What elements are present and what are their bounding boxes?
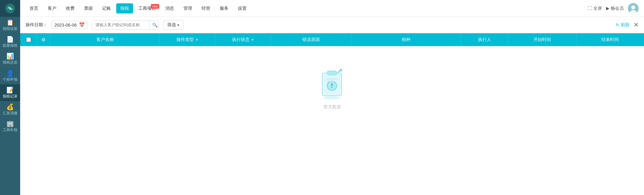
search-icon: 🔍 (152, 23, 158, 28)
toolbar-right: ↻ 刷新 ✕ (616, 22, 639, 28)
topnav: 首页客户收费票据记账报税工商项目new消息管理经营服务设置 ⛶ 全屏 ▶ 畅会员 (20, 0, 644, 17)
th-exec-status[interactable]: 执行状态 ▼ (215, 33, 271, 46)
th-client-name: 客户名称 (50, 33, 160, 46)
home-label: 首页 (30, 6, 38, 11)
tax-label: 报税 (120, 6, 129, 11)
topnav-item-service[interactable]: 服务 (216, 3, 232, 13)
table-container[interactable]: ⚙ 客户名称 操作类型 ▼ 执行状态 ▼ 错误原因 税种 (20, 33, 644, 195)
topnav-item-settings[interactable]: 设置 (234, 3, 251, 13)
tax-summary-label: 报税总览 (3, 60, 17, 65)
table-header: ⚙ 客户名称 操作类型 ▼ 执行状态 ▼ 错误原因 税种 (20, 33, 644, 46)
fullscreen-label: 全屏 (593, 5, 602, 11)
play-icon: ▶ (606, 6, 609, 11)
sort-icon-type: ▼ (195, 38, 199, 42)
th-tax-type: 税种 (351, 33, 461, 46)
empty-state: ! 暂无数据 (20, 46, 644, 130)
fullscreen-button[interactable]: ⛶ 全屏 (588, 5, 602, 11)
management-label: 管理 (183, 6, 192, 11)
date-label: 操作日期： (26, 22, 47, 28)
message-label: 消息 (165, 6, 174, 11)
sort-icon-status: ▼ (251, 38, 254, 42)
topnav-item-billing[interactable]: 收费 (62, 3, 79, 13)
filter-label: 筛选 (167, 22, 176, 28)
sidebar-item-tax-summary[interactable]: 📊 报税总览 (0, 50, 20, 67)
billing-label: 收费 (66, 6, 75, 11)
svg-point-3 (631, 5, 635, 9)
topnav-items: 首页客户收费票据记账报税工商项目new消息管理经营服务设置 (26, 3, 588, 13)
sidebar-item-personal-tax[interactable]: 👤 个税申报 (0, 68, 20, 84)
svg-rect-6 (327, 71, 337, 75)
tax-records-icon: 📝 (6, 87, 14, 93)
topnav-item-commerce[interactable]: 工商项目new (134, 3, 160, 13)
date-picker[interactable]: 2023-06-06 📅 (51, 21, 88, 29)
commerce-badge: new (151, 4, 159, 9)
empty-illustration: ! (317, 66, 347, 100)
search-button[interactable]: 🔍 (149, 21, 159, 29)
member-button[interactable]: ▶ 畅会员 (606, 5, 624, 11)
empty-text: 暂无数据 (324, 104, 341, 110)
th-start-time: 开始时间 (508, 33, 576, 46)
refresh-label: 刷新 (621, 22, 630, 28)
annual-report-label: 工商年报 (3, 128, 17, 132)
sidebar-item-settlement[interactable]: 💰 汇算清缴 (0, 101, 20, 118)
refresh-button[interactable]: ↻ 刷新 (616, 22, 630, 28)
topnav-item-tax[interactable]: 报税 (116, 3, 133, 13)
settlement-icon: 💰 (6, 104, 14, 110)
bookkeeping-label: 记账 (102, 6, 111, 11)
personal-tax-icon: 👤 (6, 70, 14, 76)
tax-settings-label: 报税设置 (3, 27, 17, 31)
topnav-item-bookkeeping[interactable]: 记账 (98, 3, 115, 13)
topnav-item-home[interactable]: 首页 (26, 3, 42, 13)
toolbar: 操作日期： 2023-06-06 📅 🔍 筛选 ▾ ↻ 刷新 ✕ (20, 17, 644, 33)
sidebar: 📋 报税设置 📄 批量报税 📊 报税总览 👤 个税申报 📝 报税记录 💰 汇算清… (0, 0, 20, 195)
settings-icon: ⚙ (41, 37, 46, 42)
personal-tax-label: 个税申报 (3, 77, 17, 82)
annual-report-icon: 🏢 (6, 121, 14, 127)
settlement-label: 汇算清缴 (3, 111, 17, 115)
th-operation-type[interactable]: 操作类型 ▼ (160, 33, 215, 46)
calendar-icon: 📅 (79, 22, 85, 28)
tax-settings-icon: 📋 (6, 20, 14, 26)
date-value: 2023-06-06 (54, 23, 77, 28)
operations-label: 经营 (202, 6, 210, 11)
th-checkbox[interactable] (20, 33, 37, 46)
th-executor: 执行人 (461, 33, 508, 46)
main-container: 首页客户收费票据记账报税工商项目new消息管理经营服务设置 ⛶ 全屏 ▶ 畅会员 (20, 0, 644, 195)
settings-label: 设置 (238, 6, 247, 11)
sidebar-item-annual-report[interactable]: 🏢 工商年报 (0, 118, 20, 135)
search-input[interactable] (92, 21, 149, 29)
client-label: 客户 (48, 6, 56, 11)
search-wrapper: 🔍 (92, 21, 159, 30)
refresh-icon: ↻ (616, 23, 619, 28)
svg-point-1 (9, 7, 11, 9)
topnav-item-operations[interactable]: 经营 (198, 3, 214, 13)
sidebar-item-tax-settings[interactable]: 📋 报税设置 (0, 17, 20, 34)
svg-text:!: ! (331, 82, 333, 89)
sidebar-logo (0, 0, 20, 17)
fullscreen-icon: ⛶ (588, 6, 592, 11)
th-end-time: 结束时间 (576, 33, 644, 46)
topnav-item-invoice[interactable]: 票据 (80, 3, 97, 13)
invoice-label: 票据 (84, 6, 93, 11)
topnav-item-management[interactable]: 管理 (179, 3, 196, 13)
th-error-reason: 错误原因 (271, 33, 352, 46)
user-avatar[interactable] (628, 3, 639, 14)
svg-point-13 (323, 96, 341, 99)
sidebar-item-batch-tax[interactable]: 📄 批量报税 (0, 34, 20, 50)
topnav-item-client[interactable]: 客户 (44, 3, 60, 13)
filter-button[interactable]: 筛选 ▾ (163, 20, 183, 30)
service-label: 服务 (220, 6, 228, 11)
tax-summary-icon: 📊 (6, 53, 14, 59)
chevron-down-icon: ▾ (177, 23, 179, 27)
th-settings[interactable]: ⚙ (37, 33, 50, 46)
batch-tax-icon: 📄 (6, 36, 14, 42)
select-all-checkbox[interactable] (26, 37, 31, 42)
topnav-right: ⛶ 全屏 ▶ 畅会员 (588, 3, 639, 14)
topnav-item-message[interactable]: 消息 (161, 3, 178, 13)
tax-records-label: 报税记录 (3, 94, 17, 99)
member-label: 畅会员 (611, 5, 624, 11)
batch-tax-label: 批量报税 (3, 43, 17, 48)
close-button[interactable]: ✕ (634, 22, 639, 28)
sidebar-item-tax-records[interactable]: 📝 报税记录 (0, 84, 20, 101)
page-content: 操作日期： 2023-06-06 📅 🔍 筛选 ▾ ↻ 刷新 ✕ (20, 17, 644, 195)
